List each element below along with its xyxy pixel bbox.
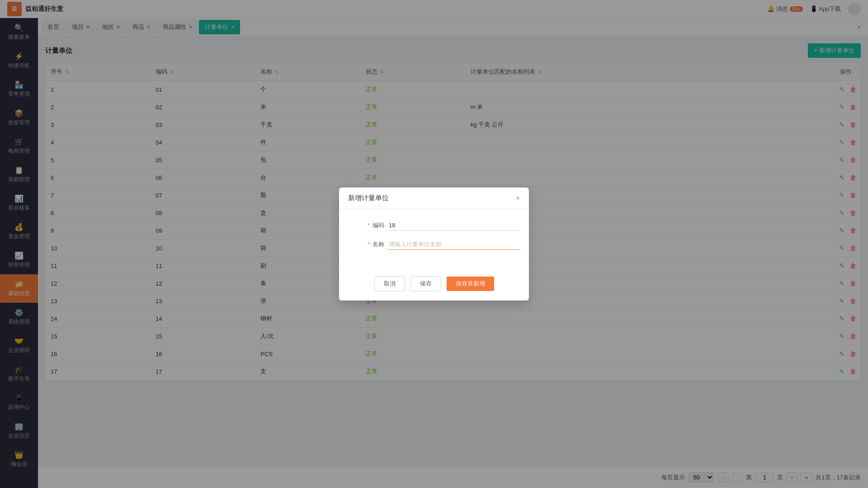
name-required-mark: * bbox=[368, 241, 370, 248]
modal-overlay[interactable]: 新增计量单位 × * 编码 * 名称 取消 保存 保存并新增 bbox=[0, 0, 868, 488]
modal-body: * 编码 * 名称 bbox=[339, 209, 529, 269]
name-form-row: * 名称 bbox=[348, 239, 520, 250]
cancel-btn[interactable]: 取消 bbox=[374, 276, 405, 291]
name-input[interactable] bbox=[389, 239, 520, 250]
name-label: * 名称 bbox=[348, 240, 384, 249]
modal-title: 新增计量单位 bbox=[348, 194, 389, 202]
save-add-btn[interactable]: 保存并新增 bbox=[447, 277, 494, 291]
code-label: * 编码 bbox=[348, 221, 384, 230]
modal-footer: 取消 保存 保存并新增 bbox=[339, 269, 529, 300]
code-input[interactable] bbox=[389, 220, 520, 231]
modal-close-btn[interactable]: × bbox=[516, 194, 520, 202]
add-unit-modal: 新增计量单位 × * 编码 * 名称 取消 保存 保存并新增 bbox=[339, 188, 529, 300]
code-form-row: * 编码 bbox=[348, 220, 520, 231]
save-btn[interactable]: 保存 bbox=[410, 276, 441, 291]
code-required-mark: * bbox=[368, 222, 370, 229]
modal-header: 新增计量单位 × bbox=[339, 188, 529, 209]
